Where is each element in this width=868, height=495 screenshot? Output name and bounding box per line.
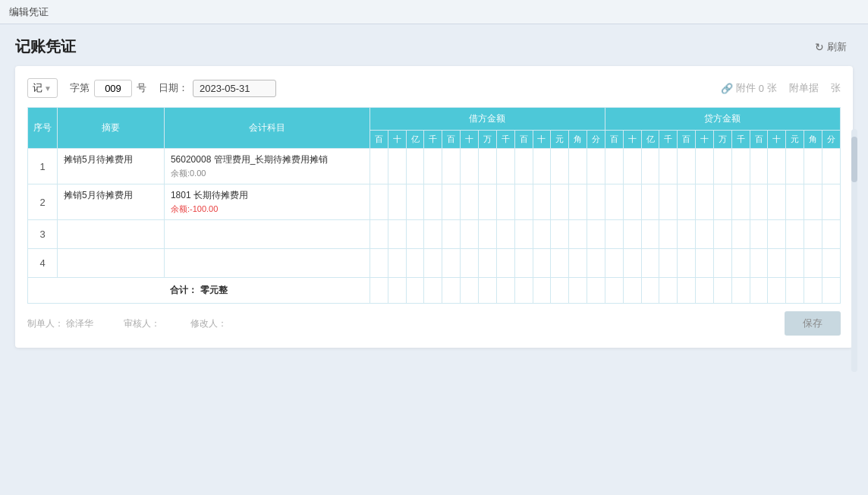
debit-cell-3-3[interactable] xyxy=(424,249,442,278)
table-row[interactable]: 1摊销5月待摊费用56020008 管理费用_长期待摊费用摊销余额:0.00 xyxy=(28,149,841,184)
table-row[interactable]: 3 xyxy=(28,220,841,249)
credit-cell-0-0[interactable] xyxy=(605,149,623,184)
debit-cell-1-2[interactable] xyxy=(406,184,424,220)
credit-cell-3-1[interactable] xyxy=(623,249,641,278)
credit-cell-2-2[interactable] xyxy=(641,220,659,249)
date-input[interactable] xyxy=(193,80,276,97)
debit-cell-3-4[interactable] xyxy=(442,249,461,278)
scrollbar[interactable] xyxy=(851,129,857,372)
debit-cell-1-1[interactable] xyxy=(388,184,406,220)
credit-cell-0-7[interactable] xyxy=(731,149,750,184)
debit-cell-2-2[interactable] xyxy=(406,220,424,249)
credit-cell-1-0[interactable] xyxy=(605,184,623,220)
debit-cell-1-12[interactable] xyxy=(587,184,605,220)
credit-cell-2-8[interactable] xyxy=(750,220,768,249)
debit-cell-2-10[interactable] xyxy=(551,220,569,249)
debit-cell-0-3[interactable] xyxy=(424,149,442,184)
credit-cell-1-4[interactable] xyxy=(678,184,696,220)
credit-cell-1-3[interactable] xyxy=(659,184,678,220)
debit-cell-0-11[interactable] xyxy=(569,149,587,184)
credit-cell-0-12[interactable] xyxy=(822,149,841,184)
debit-cell-3-5[interactable] xyxy=(461,249,479,278)
debit-cell-3-1[interactable] xyxy=(388,249,406,278)
credit-cell-3-4[interactable] xyxy=(678,249,696,278)
debit-cell-0-7[interactable] xyxy=(496,149,514,184)
debit-cell-1-4[interactable] xyxy=(442,184,461,220)
debit-cell-0-9[interactable] xyxy=(533,149,551,184)
debit-cell-1-8[interactable] xyxy=(514,184,533,220)
debit-cell-2-11[interactable] xyxy=(569,220,587,249)
debit-cell-2-12[interactable] xyxy=(587,220,605,249)
credit-cell-2-1[interactable] xyxy=(623,220,641,249)
debit-cell-3-7[interactable] xyxy=(496,249,514,278)
credit-cell-0-6[interactable] xyxy=(713,149,731,184)
debit-cell-0-5[interactable] xyxy=(461,149,479,184)
credit-cell-1-1[interactable] xyxy=(623,184,641,220)
credit-cell-0-2[interactable] xyxy=(641,149,659,184)
debit-cell-3-12[interactable] xyxy=(587,249,605,278)
debit-cell-1-9[interactable] xyxy=(533,184,551,220)
debit-cell-0-10[interactable] xyxy=(551,149,569,184)
credit-cell-2-10[interactable] xyxy=(786,220,804,249)
credit-cell-3-7[interactable] xyxy=(731,249,750,278)
credit-cell-1-8[interactable] xyxy=(750,184,768,220)
debit-cell-1-11[interactable] xyxy=(569,184,587,220)
attachment-link[interactable]: 🔗 附件 0 张 xyxy=(721,81,777,95)
credit-cell-0-1[interactable] xyxy=(623,149,641,184)
credit-cell-1-7[interactable] xyxy=(731,184,750,220)
credit-cell-0-3[interactable] xyxy=(659,149,678,184)
debit-cell-2-7[interactable] xyxy=(496,220,514,249)
debit-cell-0-8[interactable] xyxy=(514,149,533,184)
table-row[interactable]: 2摊销5月待摊费用1801 长期待摊费用余额:-100.00 xyxy=(28,184,841,220)
table-row[interactable]: 4 xyxy=(28,249,841,278)
debit-cell-2-0[interactable] xyxy=(370,220,388,249)
credit-cell-1-9[interactable] xyxy=(768,184,786,220)
row-summary-3[interactable] xyxy=(58,249,165,278)
debit-cell-1-7[interactable] xyxy=(496,184,514,220)
debit-cell-0-1[interactable] xyxy=(388,149,406,184)
debit-cell-3-9[interactable] xyxy=(533,249,551,278)
debit-cell-0-0[interactable] xyxy=(370,149,388,184)
row-account-3[interactable] xyxy=(164,249,370,278)
debit-cell-3-6[interactable] xyxy=(478,249,496,278)
debit-cell-2-5[interactable] xyxy=(461,220,479,249)
debit-cell-3-2[interactable] xyxy=(406,249,424,278)
debit-cell-2-8[interactable] xyxy=(514,220,533,249)
debit-cell-0-6[interactable] xyxy=(478,149,496,184)
debit-cell-1-6[interactable] xyxy=(478,184,496,220)
ji-select[interactable]: 记 ▼ xyxy=(27,78,58,98)
credit-cell-1-10[interactable] xyxy=(786,184,804,220)
credit-cell-2-5[interactable] xyxy=(696,220,714,249)
zidi-input[interactable] xyxy=(94,80,132,97)
credit-cell-2-0[interactable] xyxy=(605,220,623,249)
debit-cell-2-1[interactable] xyxy=(388,220,406,249)
credit-cell-3-12[interactable] xyxy=(822,249,841,278)
debit-cell-2-6[interactable] xyxy=(478,220,496,249)
credit-cell-3-0[interactable] xyxy=(605,249,623,278)
save-button[interactable]: 保存 xyxy=(785,311,841,336)
debit-cell-3-8[interactable] xyxy=(514,249,533,278)
credit-cell-3-11[interactable] xyxy=(804,249,822,278)
fudanju-label[interactable]: 附单据 xyxy=(789,81,819,95)
credit-cell-2-3[interactable] xyxy=(659,220,678,249)
debit-cell-2-4[interactable] xyxy=(442,220,461,249)
row-account-2[interactable] xyxy=(164,220,370,249)
debit-cell-1-5[interactable] xyxy=(461,184,479,220)
credit-cell-1-12[interactable] xyxy=(822,184,841,220)
debit-cell-0-12[interactable] xyxy=(587,149,605,184)
debit-cell-0-2[interactable] xyxy=(406,149,424,184)
credit-cell-2-12[interactable] xyxy=(822,220,841,249)
credit-cell-1-11[interactable] xyxy=(804,184,822,220)
credit-cell-3-2[interactable] xyxy=(641,249,659,278)
credit-cell-3-6[interactable] xyxy=(713,249,731,278)
credit-cell-0-5[interactable] xyxy=(696,149,714,184)
credit-cell-0-10[interactable] xyxy=(786,149,804,184)
credit-cell-2-9[interactable] xyxy=(768,220,786,249)
credit-cell-2-6[interactable] xyxy=(713,220,731,249)
debit-cell-1-0[interactable] xyxy=(370,184,388,220)
credit-cell-2-7[interactable] xyxy=(731,220,750,249)
credit-cell-0-4[interactable] xyxy=(678,149,696,184)
debit-cell-3-10[interactable] xyxy=(551,249,569,278)
debit-cell-2-9[interactable] xyxy=(533,220,551,249)
credit-cell-3-5[interactable] xyxy=(696,249,714,278)
